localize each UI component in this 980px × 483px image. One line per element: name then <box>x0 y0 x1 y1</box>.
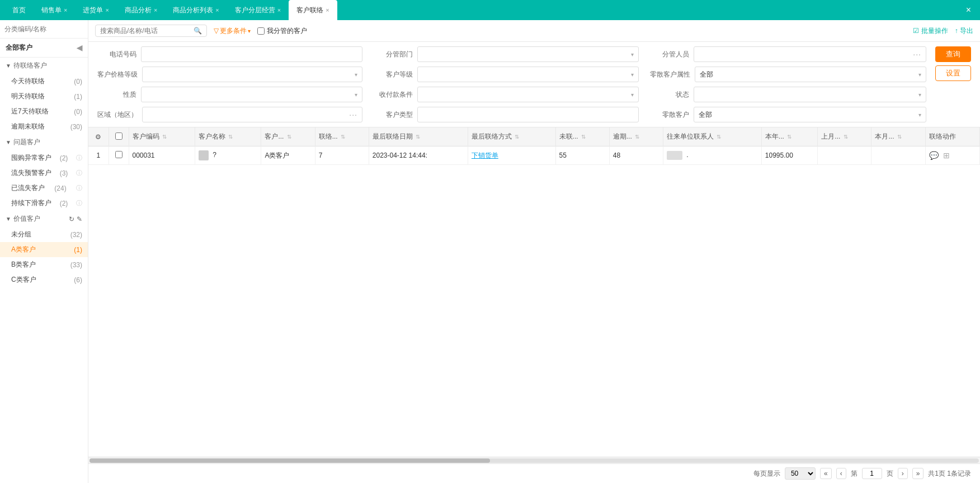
col-last-date[interactable]: 最后联络日期 ⇅ <box>369 127 468 146</box>
col-no-contact[interactable]: 未联... ⇅ <box>555 127 609 146</box>
batch-op-btn[interactable]: ☑ 批量操作 <box>913 26 948 36</box>
sort-last-method: ⇅ <box>515 134 519 140</box>
input-cust-type[interactable] <box>417 107 639 122</box>
sidebar-item-ungrouped[interactable]: 未分组 (32) <box>0 227 88 242</box>
nav-purchase-close[interactable]: × <box>105 7 109 13</box>
sidebar-item-b-class[interactable]: B类客户 (33) <box>0 257 88 272</box>
sidebar-item-overdue[interactable]: 逾期未联络 (30) <box>0 119 88 134</box>
more-filter-btn[interactable]: ▽ 更多条件 ▾ <box>214 26 251 36</box>
page-input[interactable] <box>862 468 882 479</box>
close-all-btn[interactable]: × <box>962 5 976 15</box>
section-arrow-value: ▼ <box>6 216 11 222</box>
col-overdue[interactable]: 逾期... ⇅ <box>609 127 663 146</box>
section-label-problem: 问题客户 <box>13 138 40 147</box>
nav-product-analysis[interactable]: 商品分析 × <box>117 0 165 20</box>
sidebar-item-tomorrow[interactable]: 明天待联络 (1) <box>0 89 88 104</box>
cell-this-year: 10995.00 <box>761 146 818 165</box>
info-icon-hoarding: ⓘ <box>76 154 82 162</box>
col-last-month[interactable]: 上月... ⇅ <box>818 127 871 146</box>
select-nature[interactable]: ▾ <box>141 87 362 102</box>
nav-customer-tier-close[interactable]: × <box>277 7 281 13</box>
per-page-select[interactable]: 50 100 200 <box>785 467 816 480</box>
input-person[interactable]: ··· <box>694 46 926 62</box>
label-cust-type: 客户类型 <box>374 110 413 120</box>
nav-sales[interactable]: 销售单 × <box>34 0 75 20</box>
sidebar-item-week[interactable]: 近7天待联络 (0) <box>0 104 88 119</box>
sidebar-item-a-class[interactable]: A类客户 (1) <box>0 242 88 257</box>
qr-icon[interactable]: ⊞ <box>943 151 950 160</box>
main-search-icon[interactable]: 🔍 <box>194 27 202 35</box>
export-btn[interactable]: ↑ 导出 <box>955 26 973 36</box>
first-page-btn[interactable]: « <box>820 468 832 479</box>
last-method-link[interactable]: 下销货单 <box>472 151 498 159</box>
col-gear[interactable]: ⚙ <box>88 127 109 146</box>
prev-page-btn[interactable]: ‹ <box>836 468 846 479</box>
select-retail-attr[interactable]: 全部▾ <box>695 67 926 82</box>
sidebar-section-pending[interactable]: ▼ 待联络客户 <box>0 58 88 74</box>
col-contact-count[interactable]: 联络... ⇅ <box>315 127 369 146</box>
select-retail[interactable]: 全部▾ <box>694 107 926 122</box>
col-this-year[interactable]: 本年... ⇅ <box>761 127 818 146</box>
customer-name-text[interactable]: ? <box>213 151 216 159</box>
input-region[interactable]: ··· <box>142 107 362 122</box>
sidebar-item-label-overdue: 逾期未联络 <box>11 122 45 131</box>
horizontal-scrollbar[interactable] <box>88 457 980 463</box>
select-payment[interactable]: ▾ <box>417 87 639 102</box>
sidebar-item-label-today: 今天待联络 <box>11 77 45 86</box>
sidebar-item-today[interactable]: 今天待联络 (0) <box>0 74 88 89</box>
sidebar-section-value[interactable]: ▼ 价值客户 ↻ ✎ <box>0 211 88 227</box>
next-page-btn[interactable]: › <box>898 468 908 479</box>
last-page-btn[interactable]: » <box>912 468 924 479</box>
main-search-input[interactable] <box>100 27 194 35</box>
select-dept[interactable]: ▾ <box>417 46 639 62</box>
label-customer-grade: 客户等级 <box>374 70 413 79</box>
value-refresh-icon[interactable]: ↻ <box>69 215 74 223</box>
sidebar-item-churned[interactable]: 已流失客户 (24) ⓘ <box>0 181 88 196</box>
info-icon-churned: ⓘ <box>76 184 82 192</box>
sidebar-search-input[interactable] <box>4 25 88 33</box>
nav-product-list[interactable]: 商品分析列表 × <box>165 0 227 20</box>
sidebar-collapse-icon[interactable]: ◀ <box>77 44 82 52</box>
my-customer-checkbox-label[interactable]: 我分管的客户 <box>257 26 307 36</box>
filter-cell-dept: 分管部门 ▾ <box>374 46 650 62</box>
col-this-month[interactable]: 本月... ⇅ <box>871 127 925 146</box>
sidebar-item-churn-warning[interactable]: 流失预警客户 (3) ⓘ <box>0 165 88 181</box>
sort-last-date: ⇅ <box>416 134 420 140</box>
select-customer-grade[interactable]: ▾ <box>417 67 639 82</box>
col-contact-person[interactable]: 往来单位联系人 ⇅ <box>663 127 761 146</box>
value-edit-icon[interactable]: ✎ <box>77 215 82 223</box>
nav-customer-contact[interactable]: 客户联络 × <box>289 0 337 20</box>
col-last-method[interactable]: 最后联络方式 ⇅ <box>468 127 555 146</box>
select-all-checkbox[interactable] <box>115 132 123 140</box>
col-customer-type[interactable]: 客户... ⇅ <box>261 127 315 146</box>
nav-product-list-close[interactable]: × <box>215 7 219 13</box>
page-label: 第 <box>851 469 858 479</box>
chat-icon[interactable]: 💬 <box>929 151 939 160</box>
nav-customer-tier[interactable]: 客户分层经营 × <box>227 0 289 20</box>
sidebar-item-c-class[interactable]: C类客户 (6) <box>0 272 88 287</box>
nav-sales-close[interactable]: × <box>64 7 67 13</box>
select-status[interactable]: ▾ <box>694 87 926 102</box>
select-price-grade[interactable]: ▾ <box>142 67 362 82</box>
nav-product-analysis-close[interactable]: × <box>154 7 157 13</box>
filter-cell-person: 分管人员 ··· <box>650 46 926 62</box>
col-name[interactable]: 客户名称 ⇅ <box>195 127 261 146</box>
label-dept: 分管部门 <box>374 50 413 59</box>
nav-home[interactable]: 首页 <box>4 0 34 20</box>
sidebar-item-count-declining: (2) <box>60 200 68 207</box>
nav-customer-contact-close[interactable]: × <box>326 7 329 13</box>
sidebar-item-label-churn-warning: 流失预警客户 <box>11 168 51 178</box>
label-nature: 性质 <box>97 90 136 100</box>
col-code[interactable]: 客户编码 ⇅ <box>129 127 195 146</box>
sidebar-section-problem[interactable]: ▼ 问题客户 <box>0 134 88 150</box>
setting-button[interactable]: 设置 <box>935 65 971 81</box>
input-phone[interactable] <box>141 46 362 62</box>
section-arrow-problem: ▼ <box>6 139 11 145</box>
query-button[interactable]: 查询 <box>935 46 971 62</box>
sidebar-item-hoarding[interactable]: 囤购异常客户 (2) ⓘ <box>0 150 88 165</box>
my-customer-checkbox[interactable] <box>257 27 265 35</box>
contact-person-text: . <box>686 151 688 159</box>
nav-purchase[interactable]: 进货单 × <box>75 0 116 20</box>
row-checkbox[interactable] <box>115 151 123 158</box>
sidebar-item-declining[interactable]: 持续下滑客户 (2) ⓘ <box>0 196 88 211</box>
